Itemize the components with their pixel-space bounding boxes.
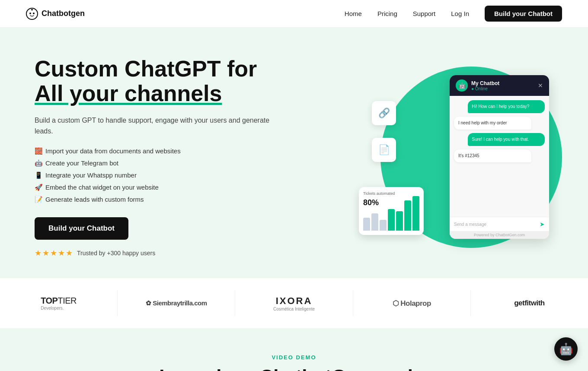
feature-4-icon: 🚀 — [35, 184, 43, 191]
video-label: VIDEO DEMO — [35, 354, 553, 361]
hero-cta-button[interactable]: Build your Chatbot — [35, 217, 128, 240]
video-section: VIDEO DEMO Learn how ChatbotGen works — [0, 328, 588, 371]
chat-header-text: My Chatbot ● Online — [471, 80, 499, 91]
feature-3: 📱Integrate your Whatspp number — [35, 171, 285, 179]
chart-bar — [363, 218, 370, 231]
trusted-text: Trusted by +300 happy users — [77, 250, 155, 257]
nav-login[interactable]: Log In — [451, 10, 469, 17]
hero-features-list: 🧱Import your data from documents and web… — [35, 147, 285, 203]
chart-bar — [404, 200, 411, 231]
chat-msg-3: Sure! I can help you with that. — [468, 133, 545, 146]
chatbot-float-icon: 🤖 — [559, 342, 573, 356]
feature-5-text: Generate leads with custom forms — [45, 196, 144, 203]
chart-bar — [396, 211, 403, 231]
hero-content: Custom ChatGPT for All your channels Bui… — [35, 57, 285, 258]
hero-description: Build a custom GPT to handle support, en… — [35, 115, 285, 137]
chat-header-info: 🤖 My Chatbot ● Online — [456, 79, 499, 92]
chart-bar — [380, 220, 387, 231]
chat-header: 🤖 My Chatbot ● Online ✕ — [450, 75, 549, 96]
chat-body: Hi! How can I help you today? I need hel… — [450, 96, 549, 217]
feature-5-icon: 📝 — [35, 196, 43, 203]
logo-text: Chatbotgen — [42, 9, 85, 18]
chat-window: 🤖 My Chatbot ● Online ✕ Hi! How can I he… — [450, 75, 549, 239]
brand-toptier: TOPTIER Developers. — [0, 290, 118, 316]
hero-section: Custom ChatGPT for All your channels Bui… — [0, 28, 588, 278]
svg-point-2 — [33, 13, 35, 14]
chat-input-placeholder: Send a message — [454, 222, 486, 227]
chat-msg-1: Hi! How can I help you today? — [468, 100, 545, 113]
nav-pricing[interactable]: Pricing — [377, 10, 397, 17]
brand-getfit: getfitwith — [471, 290, 588, 316]
svg-rect-3 — [31, 9, 33, 10]
feature-4: 🚀Embed the chat widget on your website — [35, 184, 285, 191]
feature-1-text: Import your data from documents and webs… — [45, 147, 181, 155]
chat-avatar: 🤖 — [456, 79, 468, 92]
feature-1-icon: 🧱 — [35, 147, 43, 155]
hero-title-line1: Custom ChatGPT for — [35, 56, 257, 81]
chat-input-area[interactable]: Send a message ➤ — [450, 217, 549, 231]
feature-5: 📝Generate leads with custom forms — [35, 196, 285, 203]
nav-cta-button[interactable]: Build your Chatbot — [485, 6, 562, 22]
feature-2-text: Create your Telegram bot — [45, 159, 118, 167]
hero-illustration: 🔗 📄 🤖 My Chatbot ● Online ✕ Hi! How can … — [355, 62, 553, 252]
float-icon-link: 🔗 — [372, 101, 396, 125]
hero-title: Custom ChatGPT for All your channels — [35, 57, 285, 106]
logo[interactable]: Chatbotgen — [26, 8, 85, 20]
chart-bar — [371, 213, 378, 231]
chat-bot-name: My Chatbot — [471, 80, 499, 86]
chart-bars — [363, 209, 419, 231]
brand-holaprop: ⬡ Holaprop — [353, 290, 471, 316]
star-rating: ★★★★★ — [35, 248, 74, 258]
chat-powered-by: Powered by ChatbotGen.com — [450, 231, 549, 239]
hero-title-line2: All your channels — [35, 81, 222, 106]
chatbot-float-button[interactable]: 🤖 — [554, 337, 578, 361]
chart-bar — [412, 196, 419, 231]
chart-bar — [388, 209, 395, 231]
chat-msg-2: I need help with my order — [454, 117, 531, 130]
feature-2: 🤖Create your Telegram bot — [35, 159, 285, 167]
feature-4-text: Embed the chat widget on your website — [45, 184, 159, 191]
float-icon-pdf: 📄 — [372, 138, 396, 162]
chart-card: Tickets automated 80% — [359, 187, 424, 235]
nav-links: Home Pricing Support Log In Build your C… — [345, 6, 562, 22]
feature-2-icon: 🤖 — [35, 159, 43, 167]
navbar: Chatbotgen Home Pricing Support Log In B… — [0, 0, 588, 28]
chat-send-icon[interactable]: ➤ — [540, 221, 545, 228]
feature-1: 🧱Import your data from documents and web… — [35, 147, 285, 155]
logo-icon — [26, 8, 38, 20]
chart-card-title: Tickets automated — [363, 191, 419, 196]
brand-ixora: IXORA Cosmética Inteligente — [235, 290, 353, 316]
chat-status: ● Online — [471, 86, 499, 91]
hero-social-proof: ★★★★★ Trusted by +300 happy users — [35, 248, 285, 258]
video-title: Learn how ChatbotGen works — [35, 366, 553, 371]
svg-point-1 — [29, 13, 31, 14]
chat-msg-4: It's #12345 — [454, 149, 531, 162]
brand-siembraytrilla: ✿ Siembraytrilla.com — [118, 290, 235, 316]
nav-home[interactable]: Home — [345, 10, 362, 17]
chat-close-icon[interactable]: ✕ — [538, 82, 543, 89]
feature-3-text: Integrate your Whatspp number — [45, 171, 137, 179]
nav-support[interactable]: Support — [413, 10, 436, 17]
feature-3-icon: 📱 — [35, 171, 43, 179]
brands-strip: TOPTIER Developers. ✿ Siembraytrilla.com… — [0, 278, 588, 328]
